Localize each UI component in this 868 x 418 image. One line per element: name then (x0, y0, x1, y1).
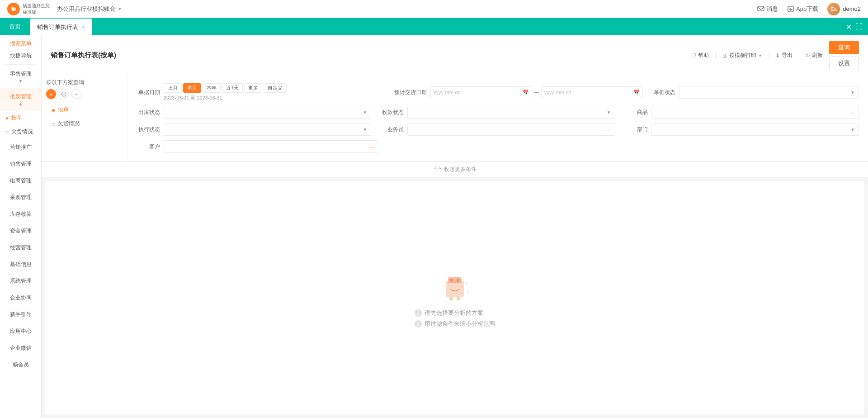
logo-area[interactable]: 畅 畅捷通好生意 标准版 (7, 3, 50, 15)
sidebar-divider (5, 64, 37, 65)
sidebar-item-ecommerce[interactable]: 电商管理 (0, 172, 41, 189)
empty-illustration (437, 267, 473, 304)
sidebar-item-system[interactable]: 系统管理 (0, 273, 41, 290)
sidebar-item-member[interactable]: 畅会员 (0, 356, 41, 373)
collapse-button[interactable]: « (71, 89, 81, 99)
tab-home[interactable]: 首页 (0, 18, 30, 35)
top-header: 畅 畅捷通好生意 标准版 办公用品行业模拟账套 ▼ 消息 App下载 Ea de… (0, 0, 868, 18)
delivery-select[interactable]: ▼ (164, 106, 371, 119)
sidebar-item-wechat[interactable]: 企业微信 (0, 340, 41, 356)
plan-label: 按以下方案查询 (46, 79, 123, 86)
goods-input[interactable]: ··· (651, 106, 859, 119)
query-btn-group: 查询 设置 (829, 41, 859, 70)
sidebar-item-retail[interactable]: 零售管理 ▼ (0, 66, 41, 88)
chevron-down-icon: ▼ (363, 127, 367, 132)
collapse-up-icon: ⌃⌃ (433, 166, 442, 173)
logo-icon: 畅 (7, 3, 20, 15)
svg-point-7 (450, 279, 453, 281)
sidebar-item-operation[interactable]: 经营管理 (0, 239, 41, 256)
svg-rect-5 (446, 281, 464, 297)
sidebar-sub-item-order[interactable]: ● 按单 (0, 111, 41, 125)
divider (769, 52, 769, 59)
export-button[interactable]: ⬇ 导出 (775, 52, 793, 59)
sidebar-item-marketing[interactable]: 营销推广 (0, 139, 41, 156)
close-window-icon[interactable]: ✕ (846, 23, 852, 31)
date-btn-more[interactable]: 更多 (244, 83, 262, 93)
date-btn-7days[interactable]: 近7天 (222, 83, 243, 93)
tip-num-1: 1 (415, 309, 422, 317)
expected-date-item: 预计交货日期 yyyy-mm-dd 📅 — yyyy-mm-dd (394, 86, 643, 98)
calendar-to-icon: 📅 (633, 90, 640, 95)
svg-rect-9 (449, 297, 453, 300)
customer-ellipsis[interactable]: ··· (369, 143, 374, 150)
expand-icon: ▼ (19, 79, 23, 84)
goods-label: 商品 (624, 109, 648, 116)
help-icon: ? (693, 52, 696, 59)
execution-item: 执行状态 ▼ (137, 123, 371, 136)
status-select[interactable]: ▼ (679, 86, 859, 99)
customer-control: ··· (164, 140, 378, 153)
date-separator: — (534, 89, 539, 95)
expand-window-icon[interactable]: ⛶ (855, 23, 863, 31)
nav-dropdown[interactable]: 办公用品行业模拟账套 ▼ (53, 3, 126, 15)
page-title: 销售订单执行表(按单) (51, 51, 116, 60)
content-area: 销售订单执行表(按单) ? 帮助 🖨 按模板打印 ▼ ⬇ 导出 (42, 35, 868, 418)
tab-close-button[interactable]: × (82, 24, 85, 30)
refresh-button[interactable]: ↻ 刷新 (806, 52, 823, 59)
template-print-button[interactable]: 🖨 按模板打印 ▼ (722, 52, 762, 59)
empty-tip-2: 2 用过滤条件来缩小分析范围 (415, 320, 495, 328)
sidebar-item-enterprise[interactable]: 企业协同 (0, 290, 41, 306)
date-btn-prev-month[interactable]: 上月 (164, 83, 182, 93)
add-plan-button[interactable]: + (46, 89, 56, 99)
chevron-down-icon: ▼ (118, 6, 122, 11)
sidebar-item-finance[interactable]: 资金管理 (0, 223, 41, 239)
query-button[interactable]: 查询 (829, 41, 859, 54)
date-btn-cur-month[interactable]: 本月 (183, 83, 201, 93)
date-btn-cur-year[interactable]: 本年 (203, 83, 221, 93)
message-button[interactable]: 消息 (757, 5, 778, 13)
delivery-label: 出库状态 (137, 109, 160, 116)
radio-icon: ○ (5, 129, 9, 135)
payment-select[interactable]: ▼ (407, 106, 615, 119)
expand-icon: ▲ (19, 101, 23, 106)
status-item: 单据状态 ▼ (652, 86, 859, 99)
sidebar-search[interactable]: 搜索菜单 (0, 35, 41, 50)
salesperson-item: 业务员 ··· (380, 123, 615, 136)
salesperson-input[interactable]: ··· (407, 123, 615, 136)
sidebar: 搜索菜单 快捷导航 零售管理 ▼ 批发管理 ▲ ● 按单 ○ 欠货情况 营销推广… (0, 35, 42, 418)
settings-button[interactable]: 设置 (829, 57, 859, 70)
department-select[interactable]: ▼ (651, 123, 859, 136)
edit-plan-button[interactable] (59, 89, 69, 99)
sidebar-item-inventory[interactable]: 库存核算 (0, 206, 41, 223)
sidebar-quick-nav[interactable]: 快捷导航 (0, 50, 41, 63)
expected-date-range: yyyy-mm-dd 📅 — yyyy-mm-dd 📅 (430, 86, 643, 98)
sidebar-item-appstore[interactable]: 应用中心 (0, 323, 41, 340)
sidebar-item-basic[interactable]: 基础信息 (0, 256, 41, 273)
goods-ellipsis[interactable]: ··· (850, 109, 855, 116)
date-to-input[interactable]: yyyy-mm-dd 📅 (541, 86, 643, 98)
tab-sales-execution[interactable]: 销售订单执行表 × (30, 19, 92, 36)
radio-active-icon: ● (52, 106, 55, 114)
sidebar-item-purchase[interactable]: 采购管理 (0, 189, 41, 206)
date-btns: 上月 本月 本年 近7天 更多 自定义 (164, 83, 385, 93)
customer-input[interactable]: ··· (164, 140, 378, 153)
sidebar-sub-item-credit[interactable]: ○ 欠货情况 (0, 125, 41, 139)
svg-rect-0 (758, 6, 764, 11)
app-download-button[interactable]: App下载 (787, 5, 818, 13)
svg-point-12 (465, 282, 467, 285)
sidebar-item-sales[interactable]: 销售管理 (0, 156, 41, 172)
user-menu[interactable]: Ea demo2 (827, 3, 861, 15)
chevron-down-icon: ▼ (607, 110, 611, 115)
salesperson-ellipsis[interactable]: ··· (606, 126, 611, 133)
plan-sub-credit[interactable]: ○ 欠货情况 (46, 117, 123, 131)
collapse-row[interactable]: ⌃⌃ 收起更多条件 (42, 162, 868, 177)
help-button[interactable]: ? 帮助 (693, 52, 709, 59)
date-btn-custom[interactable]: 自定义 (264, 83, 287, 93)
sidebar-item-wholesale[interactable]: 批发管理 ▲ (0, 88, 41, 111)
sidebar-item-newbie[interactable]: 新手引导 (0, 306, 41, 323)
plan-sub-order[interactable]: ● 按单 (46, 103, 123, 117)
date-from-input[interactable]: yyyy-mm-dd 📅 (430, 86, 532, 98)
execution-select[interactable]: ▼ (164, 123, 371, 136)
app-download-icon (787, 5, 794, 13)
divider (715, 52, 716, 59)
